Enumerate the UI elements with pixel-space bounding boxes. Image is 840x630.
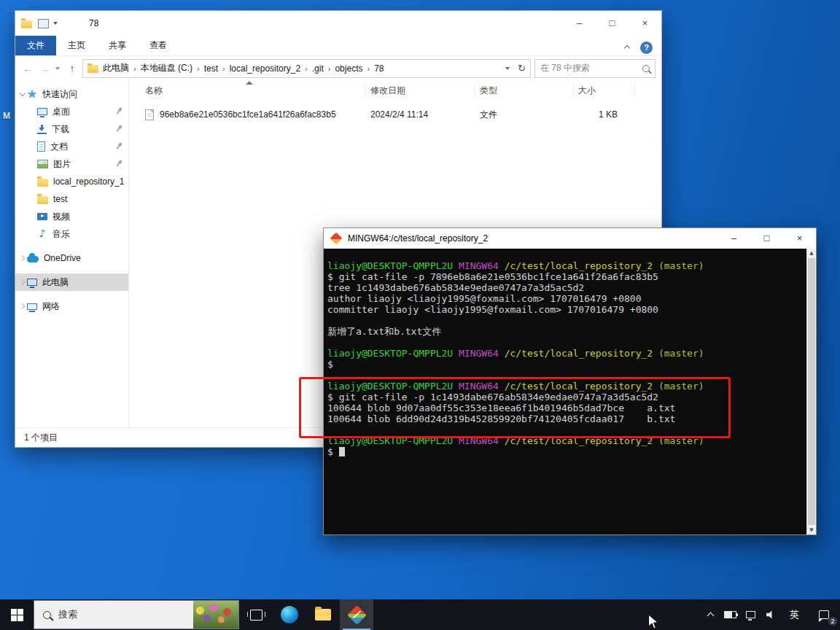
hidden-icons-chevron[interactable] [701, 599, 720, 630]
sidebar-item[interactable]: 下载 [15, 120, 128, 138]
file-explorer-icon [315, 609, 331, 621]
git-bash-taskbar-button[interactable] [340, 599, 373, 630]
window-title: 78 [89, 18, 98, 28]
breadcrumb-item[interactable]: objects [330, 63, 367, 74]
action-center-icon [819, 610, 829, 619]
column-header[interactable]: 名称 [129, 84, 366, 97]
terminal-line: liaojy@DESKTOP-QMPPL2U MINGW64 /c/test/l… [327, 348, 804, 359]
terminal-line: author liaojy <liaojy1995@foxmail.com> 1… [327, 293, 804, 304]
sort-ascending-caret-icon[interactable] [246, 81, 253, 85]
maximize-button[interactable]: □ [596, 11, 629, 35]
battery-tray-button[interactable] [720, 599, 740, 630]
pin-icon [114, 123, 125, 134]
volume-tray-button[interactable] [761, 599, 781, 630]
column-header[interactable]: 类型 [475, 84, 574, 97]
sidebar-item[interactable]: test [15, 190, 128, 208]
edge-taskbar-button[interactable] [273, 599, 306, 630]
close-button[interactable]: × [783, 228, 816, 248]
expander-chevron-icon[interactable] [18, 90, 27, 98]
sidebar-item[interactable]: 音乐 [15, 225, 128, 243]
sidebar-item[interactable]: OneDrive [15, 249, 128, 267]
file-row[interactable]: 96eb8a6e21e0536bc1fce1a641f26a6fac83b520… [129, 106, 661, 122]
breadcrumb-item[interactable]: local_repository_2 [225, 63, 305, 74]
sidebar-item[interactable]: 此电脑 [15, 273, 128, 291]
breadcrumb-item[interactable]: .git [308, 63, 328, 74]
sidebar-item[interactable]: 桌面 [15, 103, 128, 120]
back-button[interactable]: ← [21, 63, 34, 74]
expander-chevron-icon[interactable] [18, 254, 27, 262]
edge-icon [281, 606, 298, 623]
expander-chevron-icon[interactable] [18, 278, 27, 287]
quick-access-toolbar-icon[interactable] [38, 19, 49, 28]
address-bar-actions: ↻ [505, 63, 526, 74]
expander-spacer [28, 230, 37, 238]
breadcrumb-item[interactable]: 本地磁盘 (C:) [136, 62, 197, 74]
sidebar-item-label: 图片 [53, 158, 71, 171]
task-view-button[interactable] [239, 599, 273, 630]
recent-locations-chevron-icon[interactable] [55, 65, 62, 72]
action-center-button[interactable]: 2 [808, 599, 840, 630]
sidebar-item[interactable]: 快速访问 [15, 85, 128, 103]
start-button[interactable] [0, 599, 34, 630]
terminal-line [327, 337, 804, 348]
breadcrumb-item[interactable]: 此电脑 [98, 62, 133, 74]
volume-icon [766, 610, 775, 619]
sidebar-item[interactable]: 视频 [15, 208, 128, 225]
ribbon-tab[interactable]: 查看 [138, 36, 179, 55]
scrollbar-thumb[interactable] [808, 258, 815, 525]
terminal-scrollbar[interactable]: ▲ ▼ [806, 249, 816, 534]
ribbon-tab[interactable]: 主页 [56, 36, 97, 55]
sidebar-item-label: test [53, 194, 67, 204]
search-highlight-image[interactable] [193, 601, 238, 629]
address-dropdown-chevron-icon[interactable] [505, 65, 512, 72]
display-tray-button[interactable] [740, 599, 761, 630]
up-button[interactable]: ↑ [66, 63, 79, 74]
video-icon [37, 213, 47, 220]
ribbon-tab[interactable]: 文件 [15, 36, 56, 55]
taskbar: 搜索 英 2 [0, 599, 840, 630]
terminal-line: $ git cat-file -p 7896eb8a6e21e0536bc1fc… [327, 271, 804, 282]
scroll-down-arrow-icon[interactable]: ▼ [807, 527, 816, 533]
sidebar-item[interactable]: 网络 [15, 298, 128, 315]
sidebar-item-label: 下载 [52, 123, 69, 136]
refresh-icon[interactable]: ↻ [518, 63, 526, 74]
scroll-up-arrow-icon[interactable]: ▲ [807, 250, 816, 256]
terminal-output[interactable]: liaojy@DESKTOP-QMPPL2U MINGW64 /c/test/l… [324, 249, 816, 534]
file-explorer-taskbar-button[interactable] [306, 599, 340, 630]
file-name: 96eb8a6e21e0536bc1fce1a641f26a6fac83b5 [160, 109, 336, 120]
input-language-indicator[interactable]: 英 [781, 599, 808, 630]
file-type: 文件 [475, 109, 574, 121]
desktop-icon-label-fragment: M [3, 111, 10, 121]
taskbar-search-box[interactable]: 搜索 [34, 600, 239, 629]
close-button[interactable]: × [629, 11, 661, 35]
forward-button[interactable]: → [38, 63, 51, 74]
customize-toolbar-chevron-icon[interactable] [52, 20, 60, 27]
breadcrumb-item[interactable]: test [200, 63, 222, 74]
pin-icon [114, 106, 125, 117]
breadcrumb-item[interactable]: 78 [370, 63, 388, 74]
address-toolbar: ← → ↑ 此电脑›本地磁盘 (C:)›test›local_repositor… [15, 56, 661, 80]
search-box[interactable]: 在 78 中搜索 [534, 59, 656, 78]
expander-chevron-icon[interactable] [18, 302, 27, 311]
minimize-button[interactable]: – [718, 228, 750, 248]
expand-ribbon-chevron-icon[interactable] [623, 44, 631, 51]
terminal-window-controls: – □ × [718, 228, 816, 248]
sidebar-item[interactable]: 文档 [15, 138, 128, 155]
terminal-line: $ [327, 446, 804, 457]
column-header[interactable]: 大小 [574, 84, 635, 97]
sidebar-item[interactable]: local_repository_1 [15, 173, 128, 190]
address-folder-icon [88, 65, 98, 73]
pin-icon [114, 158, 125, 169]
address-bar[interactable]: 此电脑›本地磁盘 (C:)›test›local_repository_2›.g… [82, 59, 531, 78]
search-icon [43, 611, 51, 619]
column-header[interactable]: 修改日期 [366, 84, 475, 97]
expander-spacer [28, 195, 37, 203]
sidebar-item[interactable]: 图片 [15, 155, 128, 173]
terminal-line [327, 424, 804, 435]
minimize-button[interactable]: – [563, 11, 596, 35]
expander-spacer [28, 177, 37, 186]
ribbon-tab[interactable]: 共享 [97, 36, 138, 55]
explorer-titlebar: 78 – □ × [15, 11, 661, 36]
help-button[interactable]: ? [640, 42, 653, 54]
maximize-button[interactable]: □ [750, 228, 783, 248]
